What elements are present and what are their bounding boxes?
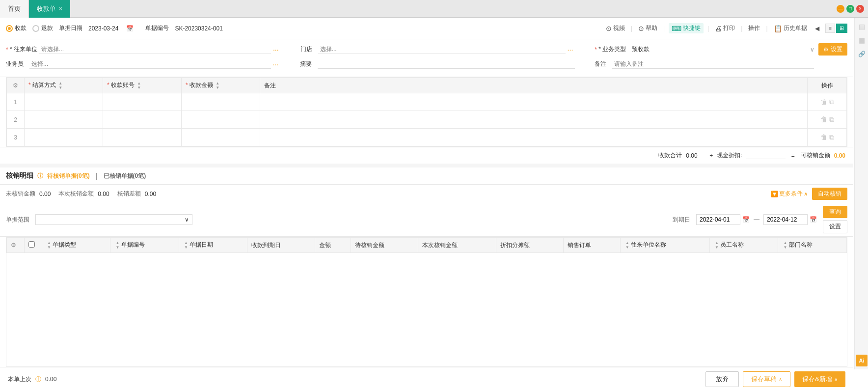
row3-remark[interactable] xyxy=(260,129,808,146)
col-remark: 备注 xyxy=(260,78,808,93)
query-button[interactable]: 查询 xyxy=(823,206,847,218)
row2-remark[interactable] xyxy=(260,111,808,129)
nav-prev-button[interactable]: ◀ xyxy=(813,24,821,33)
layout-grid-button[interactable]: ⊞ xyxy=(836,24,847,33)
row3-amount[interactable] xyxy=(182,129,260,146)
business-type-label: * 业务类型 xyxy=(598,45,626,54)
radio-receipt[interactable]: 收款 xyxy=(6,24,27,32)
footer-left: 本单上次 ⓘ 0.00 xyxy=(8,375,56,384)
row1-remark[interactable] xyxy=(260,93,808,111)
maximize-button[interactable]: □ xyxy=(846,5,854,13)
date-picker-end-icon[interactable]: 📅 xyxy=(810,216,817,223)
ver-settings-button[interactable]: 设置 xyxy=(823,220,847,233)
date-picker-start-icon[interactable]: 📅 xyxy=(742,216,750,223)
tab-separator: | xyxy=(96,172,98,180)
save-new-button[interactable]: 保存&新增 ∧ xyxy=(794,371,845,387)
settings-icon: ⚙ xyxy=(823,46,829,53)
row3-delete-icon[interactable]: 🗑 xyxy=(820,133,827,141)
col-due-date: 收款到期日 xyxy=(247,238,315,253)
more-conditions-button[interactable]: 🔽 更多条件 ∧ xyxy=(771,190,808,198)
completed-tab[interactable]: 已核销单据(0笔) xyxy=(104,172,146,180)
bottom-table-settings-icon[interactable]: ⚙ xyxy=(11,242,16,249)
settings-button[interactable]: ⚙ 设置 xyxy=(818,43,847,56)
row1-account[interactable] xyxy=(103,93,182,111)
help-button[interactable]: ⊙ 帮助 xyxy=(636,23,659,33)
date-picker-icon[interactable]: 📅 xyxy=(126,25,134,32)
table-settings-icon[interactable]: ⚙ xyxy=(13,82,18,89)
print-button[interactable]: 🖨 打印 xyxy=(713,23,737,33)
row3-account[interactable] xyxy=(103,129,182,146)
available-value: 0.00 xyxy=(834,152,845,159)
row1-delete-icon[interactable]: 🗑 xyxy=(820,98,827,106)
summary-field: 摘要 xyxy=(300,59,574,69)
layout-list-button[interactable]: ≡ xyxy=(825,24,835,33)
range-select[interactable]: ∨ xyxy=(35,214,192,225)
date-end-input[interactable] xyxy=(763,214,808,225)
discount-input[interactable] xyxy=(746,152,786,159)
range-label: 单据范围 xyxy=(6,216,29,224)
available-label: 可核销金额 xyxy=(801,151,830,160)
row2-account[interactable] xyxy=(103,111,182,129)
abandon-button[interactable]: 放弃 xyxy=(705,371,739,387)
store-field: 门店 ··· xyxy=(300,45,575,54)
salesman-label: 业务员 xyxy=(6,60,24,68)
remark-input[interactable] xyxy=(612,59,814,69)
row2-delete-icon[interactable]: 🗑 xyxy=(820,115,827,124)
radio-refund-dot xyxy=(32,25,39,32)
counterparty-more-icon[interactable]: ··· xyxy=(271,46,281,54)
col-counterparty: ▲▼ 往来单位名称 xyxy=(620,238,709,253)
summary-input[interactable] xyxy=(318,59,574,69)
auto-verify-button[interactable]: 自动核销 xyxy=(812,188,847,200)
row-num-2: 2 xyxy=(7,111,25,129)
col-pending-amount: 待核销金额 xyxy=(351,238,418,253)
business-type-arrow[interactable]: ∨ xyxy=(810,46,814,53)
store-more-icon[interactable]: ··· xyxy=(566,46,575,54)
slip-info-icon[interactable]: ⓘ xyxy=(35,375,41,384)
row3-settlement[interactable] xyxy=(25,129,103,146)
store-input[interactable] xyxy=(318,45,566,54)
counterparty-input[interactable] xyxy=(39,45,271,54)
slip-value: 0.00 xyxy=(45,376,56,383)
row-num-1: 1 xyxy=(7,93,25,111)
date-start-input[interactable] xyxy=(696,214,740,225)
col-amount: 金额 xyxy=(315,238,351,253)
row1-settlement[interactable] xyxy=(25,93,103,111)
save-new-arrow: ∧ xyxy=(834,377,838,382)
save-draft-button[interactable]: 保存草稿 ∧ xyxy=(743,371,790,387)
plus-sign: + xyxy=(709,152,713,159)
salesman-input[interactable] xyxy=(29,59,271,69)
verification-info-icon[interactable]: ⓘ xyxy=(37,172,43,180)
sidebar-ai-icon[interactable]: Ai xyxy=(856,355,868,366)
tab-close-icon[interactable]: × xyxy=(59,5,62,12)
close-button[interactable]: × xyxy=(856,5,864,13)
row1-amount[interactable] xyxy=(182,93,260,111)
remark-label: 备注 xyxy=(595,60,606,68)
radio-refund[interactable]: 退款 xyxy=(32,24,53,32)
shortcut-button[interactable]: ⌨ 快捷键 xyxy=(669,23,704,33)
sidebar-link-icon[interactable]: 🔗 xyxy=(856,48,868,60)
pending-tab[interactable]: 待核销单据(0笔) xyxy=(47,172,90,180)
row2-copy-icon[interactable]: ⧉ xyxy=(829,115,834,124)
select-all-checkbox[interactable] xyxy=(28,241,35,248)
sidebar-table-icon[interactable]: ▤ xyxy=(856,21,868,32)
minimize-button[interactable]: — xyxy=(837,5,844,13)
operation-button[interactable]: 操作 xyxy=(746,23,762,33)
date-label: 单据日期 xyxy=(59,24,82,32)
tab-receipt[interactable]: 收款单 × xyxy=(29,0,70,18)
row2-settlement[interactable] xyxy=(25,111,103,129)
shortcut-icon: ⌨ xyxy=(672,25,681,32)
row3-copy-icon[interactable]: ⧉ xyxy=(829,133,834,141)
tab-home[interactable]: 首页 xyxy=(0,0,29,18)
row1-copy-icon[interactable]: ⧉ xyxy=(829,98,834,106)
salesman-more-icon[interactable]: ··· xyxy=(271,60,281,68)
data-table-container: ⚙ * 结算方式 ▲▼ * 收款账号 ▲▼ * 收款金额 ▲▼ xyxy=(6,77,847,147)
radio-receipt-label: 收款 xyxy=(15,24,27,32)
footer-right: 放弃 保存草稿 ∧ 保存&新增 ∧ xyxy=(705,371,845,387)
video-button[interactable]: ⊙ 视频 xyxy=(604,23,627,33)
row1-action: 🗑 ⧉ xyxy=(808,93,847,111)
history-button[interactable]: 📋 历史单据 xyxy=(772,23,809,33)
total-value: 0.00 xyxy=(686,152,705,159)
sidebar-chart-icon[interactable]: ▦ xyxy=(856,34,868,46)
row2-amount[interactable] xyxy=(182,111,260,129)
table-row: 1 🗑 ⧉ xyxy=(7,93,847,111)
